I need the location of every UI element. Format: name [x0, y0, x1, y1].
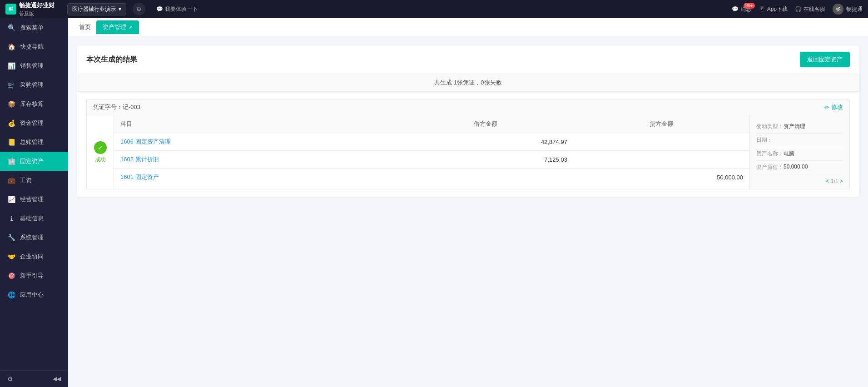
sidebar-item-business[interactable]: 📈 经营管理: [0, 190, 68, 209]
sales-icon: 📊: [7, 62, 15, 70]
user-name: 畅捷通: [846, 5, 863, 13]
inventory-icon: 📦: [7, 100, 15, 108]
success-icon: ✓: [94, 141, 107, 154]
summary-bar: 共生成 1张凭证，0张失败: [77, 74, 859, 92]
sidebar-label-quick-nav: 快捷导航: [20, 43, 44, 51]
search-icon: 🔍: [7, 24, 15, 32]
sidebar-item-purchase[interactable]: 🛒 采购管理: [0, 75, 68, 94]
table-row: 1606 固定资产清理 42,874.97: [114, 133, 749, 151]
sidebar-item-general-ledger[interactable]: 📒 总账管理: [0, 133, 68, 152]
tab-asset-management[interactable]: 资产管理 ×: [96, 20, 139, 34]
sidebar-label-system: 系统管理: [20, 233, 44, 242]
pagination: < 1/1 >: [756, 174, 843, 184]
change-type-label: 变动类型：: [756, 123, 784, 130]
next-page-button[interactable]: >: [840, 178, 843, 184]
online-service-label: 在线客服: [804, 5, 825, 13]
tab-close-button[interactable]: ×: [129, 24, 133, 31]
col-subject: 科目: [114, 115, 398, 133]
voucher-table: 科目 借方金额 贷方金额 1606 固定资产清理 42,874.97: [114, 115, 749, 186]
sidebar-item-system[interactable]: 🔧 系统管理: [0, 228, 68, 247]
checkmark-icon: ✓: [98, 144, 103, 151]
voucher-number: 凭证字号：记-003: [93, 103, 140, 111]
sidebar-item-search[interactable]: 🔍 搜索菜单: [0, 18, 68, 37]
prev-page-button[interactable]: <: [826, 178, 829, 184]
asset-name-value: 电脑: [784, 150, 794, 158]
sidebar-item-guide[interactable]: 🎯 新手引导: [0, 266, 68, 285]
system-icon: 🔧: [7, 233, 15, 242]
edit-label: 修改: [831, 103, 843, 111]
sidebar-label-funds: 资金管理: [20, 119, 44, 127]
page-content: 本次生成的结果 返回固定资产 共生成 1张凭证，0张失败 凭证字号：记-003 …: [68, 36, 868, 387]
asset-name-label: 资产名称：: [756, 150, 784, 158]
app-icon: 📱: [759, 6, 765, 12]
sidebar-item-basic-info[interactable]: ℹ 基础信息: [0, 209, 68, 228]
info-asset-name: 资产名称： 电脑: [756, 147, 843, 161]
feedback-icon: 💬: [156, 6, 163, 12]
app-download-button[interactable]: 📱 App下载: [759, 5, 788, 13]
sidebar-label-payroll: 工资: [20, 176, 32, 184]
return-button[interactable]: 返回固定资产: [800, 52, 850, 67]
edition-badge: 普及版: [19, 10, 55, 17]
building-icon: 🏢: [7, 157, 15, 165]
gear-icon: ⚙: [136, 6, 142, 13]
sidebar-item-fixed-assets[interactable]: 🏢 固定资产: [0, 152, 68, 171]
sidebar-item-payroll[interactable]: 💼 工资: [0, 171, 68, 190]
home-icon: 🏠: [7, 43, 15, 51]
sidebar-label-fixed-assets: 固定资产: [20, 157, 44, 165]
sidebar-label-basic-info: 基础信息: [20, 214, 44, 223]
sidebar-label-enterprise: 企业协同: [20, 253, 44, 261]
sidebar-footer: ⚙ ◀◀: [0, 370, 68, 387]
edit-voucher-button[interactable]: ✏ 修改: [824, 103, 843, 111]
feedback-button[interactable]: 💬 我要体验一下: [156, 5, 198, 13]
tab-home[interactable]: 首页: [75, 23, 94, 31]
voucher-header: 凭证字号：记-003 ✏ 修改: [86, 99, 850, 115]
change-type-value: 资产清理: [784, 123, 805, 130]
sidebar-collapse-button[interactable]: ◀◀: [53, 376, 61, 382]
sidebar-settings-button[interactable]: ⚙: [7, 375, 13, 382]
sidebar-item-enterprise[interactable]: 🤝 企业协同: [0, 247, 68, 266]
info-original-value: 资产原值： 50,000.00: [756, 161, 843, 174]
sidebar-label-business: 经营管理: [20, 195, 44, 203]
panel-header: 本次生成的结果 返回固定资产: [77, 45, 859, 74]
sidebar-label-search: 搜索菜单: [20, 24, 44, 32]
sidebar-item-funds[interactable]: 💰 资金管理: [0, 114, 68, 133]
table-row: 1602 累计折旧 7,125.03: [114, 151, 749, 169]
ledger-icon: 📒: [7, 138, 15, 146]
credit-2: [574, 151, 749, 169]
sidebar-label-general-ledger: 总账管理: [20, 138, 44, 146]
sidebar-label-app-center: 应用中心: [20, 291, 44, 299]
voucher-section: 凭证字号：记-003 ✏ 修改 ✓ 成功: [77, 92, 859, 197]
logo-icon: 财: [5, 4, 16, 15]
sidebar-item-sales[interactable]: 📊 销售管理: [0, 56, 68, 75]
table-row: 1601 固定资产 50,000.00: [114, 169, 749, 186]
sidebar-item-quick-nav[interactable]: 🏠 快捷导航: [0, 37, 68, 56]
company-selector[interactable]: 医疗器械行业演示 ▾: [67, 3, 126, 15]
settings-button[interactable]: ⚙: [133, 3, 145, 15]
sidebar-label-guide: 新手引导: [20, 272, 44, 280]
avatar-text: 畅: [836, 6, 841, 13]
sidebar-item-app-center[interactable]: 🌐 应用中心: [0, 285, 68, 304]
logo-area: 财 畅捷通好业财 普及版: [5, 1, 55, 17]
messages-button[interactable]: 💬 消息 99+: [732, 5, 751, 13]
company-name: 医疗器械行业演示: [72, 5, 116, 13]
edit-icon: ✏: [824, 104, 829, 111]
page-title: 本次生成的结果: [86, 55, 137, 64]
user-area[interactable]: 畅 畅捷通: [833, 4, 863, 15]
header-right: 💬 消息 99+ 📱 App下载 🎧 在线客服 畅 畅捷通: [732, 4, 863, 15]
business-icon: 📈: [7, 195, 15, 203]
sidebar-label-inventory: 库存核算: [20, 100, 44, 108]
online-service-button[interactable]: 🎧 在线客服: [795, 5, 825, 13]
guide-icon: 🎯: [7, 272, 15, 280]
sidebar-label-purchase: 采购管理: [20, 81, 44, 89]
top-header: 财 畅捷通好业财 普及版 医疗器械行业演示 ▾ ⚙ 💬 我要体验一下 💬 消息 …: [0, 0, 868, 18]
info-panel: 变动类型： 资产清理 日期： 资产名称： 电脑: [749, 115, 849, 189]
feedback-label: 我要体验一下: [165, 5, 198, 13]
main-layout: 🔍 搜索菜单 🏠 快捷导航 📊 销售管理 🛒 采购管理 📦 库存核算 💰 资金管…: [0, 18, 868, 387]
sidebar-item-inventory[interactable]: 📦 库存核算: [0, 94, 68, 114]
subject-1: 1606 固定资产清理: [114, 133, 398, 151]
enterprise-icon: 🤝: [7, 253, 15, 261]
sidebar: 🔍 搜索菜单 🏠 快捷导航 📊 销售管理 🛒 采购管理 📦 库存核算 💰 资金管…: [0, 18, 68, 387]
message-icon: 💬: [732, 6, 739, 12]
app-download-label: App下载: [767, 5, 788, 13]
debit-2: 7,125.03: [398, 151, 574, 169]
